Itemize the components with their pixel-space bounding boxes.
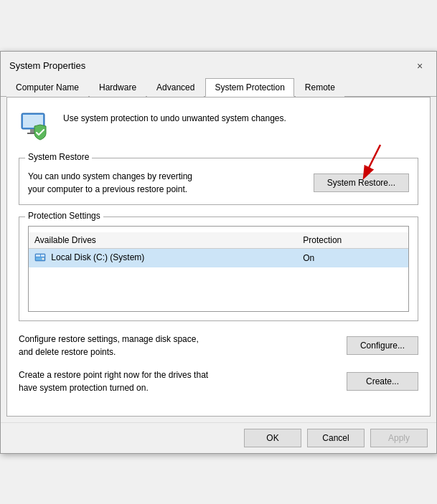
system-restore-group: System Restore You can undo system chang… — [19, 158, 418, 205]
system-restore-description: You can undo system changes by reverting… — [28, 170, 192, 196]
svg-point-10 — [42, 257, 44, 260]
header-description: Use system protection to undo unwanted s… — [63, 109, 286, 125]
footer: OK Cancel Apply — [1, 422, 436, 453]
drives-table-container[interactable]: Available Drives Protection — [28, 226, 409, 312]
tab-advanced[interactable]: Advanced — [147, 78, 204, 97]
col-drives: Available Drives — [29, 232, 297, 249]
title-bar: System Properties × — [1, 52, 436, 75]
main-content: Use system protection to undo unwanted s… — [6, 97, 431, 417]
create-button[interactable]: Create... — [347, 372, 418, 391]
apply-button[interactable]: Apply — [370, 429, 428, 447]
window-title: System Properties — [9, 60, 85, 71]
create-description: Create a restore point right now for the… — [19, 369, 208, 394]
configure-button[interactable]: Configure... — [347, 336, 418, 355]
system-protection-icon — [19, 109, 53, 143]
svg-rect-7 — [36, 255, 40, 257]
table-row[interactable]: Local Disk (C:) (System) On — [29, 248, 408, 267]
close-button[interactable]: × — [412, 58, 428, 74]
tab-system-protection[interactable]: System Protection — [205, 78, 293, 97]
drive-name-cell: Local Disk (C:) (System) — [29, 248, 297, 267]
ok-button[interactable]: OK — [244, 429, 301, 447]
system-restore-content: You can undo system changes by reverting… — [28, 170, 409, 196]
protection-settings-group: Protection Settings Available Drives Pro… — [19, 217, 418, 321]
system-restore-button[interactable]: System Restore... — [314, 173, 409, 192]
svg-rect-8 — [41, 255, 44, 257]
drive-name: Local Disk (C:) (System) — [51, 252, 144, 262]
col-protection: Protection — [297, 232, 408, 249]
bottom-sections: Configure restore settings, manage disk … — [19, 333, 418, 394]
protection-settings-label: Protection Settings — [25, 211, 103, 221]
tab-hardware[interactable]: Hardware — [90, 78, 146, 97]
header-section: Use system protection to undo unwanted s… — [19, 109, 418, 143]
system-restore-group-label: System Restore — [25, 152, 92, 162]
tab-remote[interactable]: Remote — [296, 78, 344, 97]
configure-description: Configure restore settings, manage disk … — [19, 333, 199, 358]
drive-icon — [34, 252, 46, 264]
system-restore-button-area: System Restore... — [314, 173, 409, 192]
drives-table: Available Drives Protection — [29, 232, 408, 267]
system-properties-window: System Properties × Computer Name Hardwa… — [0, 51, 437, 454]
tab-computer-name[interactable]: Computer Name — [6, 78, 88, 97]
cancel-button[interactable]: Cancel — [307, 429, 365, 447]
configure-row: Configure restore settings, manage disk … — [19, 333, 418, 358]
drive-protection: On — [297, 248, 408, 267]
tabs-bar: Computer Name Hardware Advanced System P… — [1, 77, 436, 97]
create-row: Create a restore point right now for the… — [19, 369, 418, 394]
svg-line-5 — [366, 145, 380, 173]
